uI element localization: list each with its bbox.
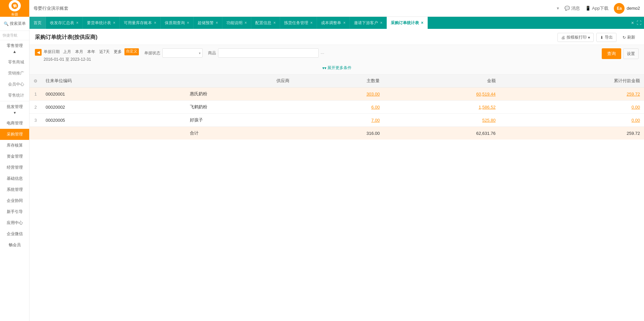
data-table: ⚙ 往来单位编码 供应商 主数量 金额 累计付款金额 1 00020001 <box>30 74 644 140</box>
sidebar-item-label: 零售统计 <box>8 93 24 98</box>
query-button[interactable]: 查询 <box>602 48 621 59</box>
svg-text:畅: 畅 <box>13 4 16 8</box>
date-btn-this-month[interactable]: 本月 <box>74 48 85 55</box>
tab-goods-summary[interactable]: 要货单统计表 × <box>83 17 120 29</box>
dropdown-arrow-icon[interactable]: ▾ <box>557 6 559 11</box>
tab-close-icon[interactable]: × <box>187 20 189 25</box>
sidebar-item-vip[interactable]: 畅会员 <box>0 239 29 251</box>
qty-link[interactable]: 6.00 <box>371 105 380 110</box>
sidebar-item-marketing[interactable]: 营销推广 <box>0 68 29 79</box>
goods-input[interactable] <box>218 48 319 58</box>
sidebar-item-appcenter[interactable]: 应用中心 <box>0 217 29 228</box>
tab-purchase-summary[interactable]: 采购订单统计表 × <box>387 17 428 29</box>
sidebar-item-retail-shop[interactable]: 零售商城 <box>0 57 29 68</box>
table-row: 2 00020002 飞鹤奶粉 6.00 1,586.52 0.00 <box>30 101 644 114</box>
paid-link[interactable]: 0.00 <box>632 118 640 123</box>
sidebar-logo: 畅 标题 <box>0 0 29 17</box>
tab-close-icon[interactable]: × <box>113 20 115 25</box>
filter-expand-button[interactable]: ▾▾ 展开更多条件 <box>322 65 352 71</box>
column-settings-icon[interactable]: ⚙ <box>34 78 38 84</box>
expand-icon: ▾ <box>14 110 16 115</box>
row-paid[interactable]: 259.72 <box>500 88 644 101</box>
tab-close-icon[interactable]: × <box>343 20 345 25</box>
sidebar-item-system[interactable]: 系统管理 <box>0 184 29 195</box>
amount-link[interactable]: 525.80 <box>482 118 496 123</box>
sidebar-item-guide[interactable]: 新手引导 <box>0 206 29 217</box>
expand-icon: ▲ <box>13 49 17 54</box>
paid-link[interactable]: 0.00 <box>632 105 640 110</box>
tab-close-icon[interactable]: × <box>154 20 156 25</box>
refresh-button[interactable]: ↻ 刷新 <box>619 33 639 42</box>
sidebar-item-stock[interactable]: 库存核算 <box>0 140 29 151</box>
qty-link[interactable]: 303.00 <box>366 92 380 97</box>
tab-overstock-warning[interactable]: 超储预警 × <box>194 17 222 29</box>
sidebar-item-wholesale[interactable]: 批发管理 ▾ <box>0 101 29 118</box>
row-amount[interactable]: 60,519.44 <box>384 88 499 101</box>
col-qty-header: 主数量 <box>293 74 384 88</box>
tab-close-all-button[interactable]: × <box>631 20 634 25</box>
tab-close-icon[interactable]: × <box>310 20 313 25</box>
tab-close-icon[interactable]: × <box>380 20 382 25</box>
sidebar-item-ecommerce[interactable]: 电商管理 <box>0 118 29 129</box>
row-index: 3 <box>30 114 42 127</box>
settings-button[interactable]: 设置 <box>623 48 639 59</box>
search-menu-button[interactable]: 🔍 搜索菜单 <box>2 19 27 28</box>
tab-close-icon[interactable]: × <box>273 20 276 25</box>
sidebar-item-capital[interactable]: 资金管理 <box>0 151 29 162</box>
date-btn-more[interactable]: 更多 <box>112 48 123 55</box>
sidebar-item-basic[interactable]: 基础信息 <box>0 173 29 184</box>
tab-function-desc[interactable]: 功能说明 × <box>222 17 251 29</box>
goods-more-icon[interactable]: ··· <box>321 51 324 56</box>
row-amount[interactable]: 1,586.52 <box>384 101 499 114</box>
tab-close-icon[interactable]: × <box>421 20 423 25</box>
row-qty[interactable]: 7.00 <box>293 114 384 127</box>
date-btn-7days[interactable]: 近7天 <box>98 48 111 55</box>
paid-link[interactable]: 259.72 <box>627 92 640 97</box>
tab-close-icon[interactable]: × <box>216 20 218 25</box>
tab-available-stock[interactable]: 可用量库存账本 × <box>120 17 161 29</box>
tab-label: 配置信息 <box>255 20 271 26</box>
date-btn-last-month[interactable]: 上月 <box>62 48 72 55</box>
tab-maximize-button[interactable]: ⛶ <box>637 20 641 25</box>
col-settings-header: ⚙ <box>30 74 42 88</box>
row-paid[interactable]: 0.00 <box>500 114 644 127</box>
status-select[interactable] <box>162 48 203 58</box>
filter-collapse-button[interactable]: ◀ <box>35 49 42 56</box>
sidebar-item-member[interactable]: 会员中心 <box>0 79 29 90</box>
amount-link[interactable]: 1,586.52 <box>479 105 496 110</box>
tab-cost-adjust[interactable]: 成本调整单 × <box>317 17 350 29</box>
user-menu[interactable]: Ea demo2 <box>614 3 640 14</box>
sidebar-item-purchase[interactable]: 采购管理 <box>0 129 29 140</box>
sidebar-item-operation[interactable]: 经营管理 <box>0 162 29 173</box>
refresh-icon: ↻ <box>623 35 626 40</box>
row-qty[interactable]: 303.00 <box>293 88 384 101</box>
sidebar-item-label: 应用中心 <box>7 220 23 226</box>
message-button[interactable]: 💬 消息 <box>565 5 580 11</box>
tab-config-info[interactable]: 配置信息 × <box>251 17 280 29</box>
sidebar-item-enterprise[interactable]: 企业协同 <box>0 195 29 206</box>
tab-expiry-query[interactable]: 保质期查询 × <box>161 17 194 29</box>
sidebar-item-retail[interactable]: 零售管理 ▲ <box>0 40 29 57</box>
date-custom-tag[interactable]: 自定义 <box>124 48 139 55</box>
tab-receive-summary[interactable]: 收发存汇总表 × <box>46 17 83 29</box>
qty-link[interactable]: 7.00 <box>371 118 380 123</box>
tab-pick-task[interactable]: 拣货任务管理 × <box>280 17 317 29</box>
footer-label: 合计 <box>186 127 293 140</box>
date-label: 单据日期 <box>44 49 60 55</box>
tab-close-icon[interactable]: × <box>76 20 78 25</box>
export-button[interactable]: ⬇ 导出 <box>596 33 616 42</box>
sidebar-item-retail-stat[interactable]: 零售统计 <box>0 90 29 101</box>
tab-label: 要货单统计表 <box>87 20 111 26</box>
tab-home[interactable]: 首页 <box>30 17 46 29</box>
date-btn-this-year[interactable]: 本年 <box>86 48 97 55</box>
tab-invite-downstream[interactable]: 邀请下游客户 × <box>350 17 387 29</box>
row-qty[interactable]: 6.00 <box>293 101 384 114</box>
row-amount[interactable]: 525.80 <box>384 114 499 127</box>
amount-link[interactable]: 60,519.44 <box>476 92 496 97</box>
footer-empty2 <box>42 127 186 140</box>
sidebar-item-wechat[interactable]: 企业微信 <box>0 228 29 239</box>
tab-close-icon[interactable]: × <box>245 20 247 25</box>
app-download-button[interactable]: 📱 App下载 <box>585 5 608 11</box>
row-paid[interactable]: 0.00 <box>500 101 644 114</box>
print-button[interactable]: 🖨 按模板打印 ▾ <box>557 33 594 42</box>
